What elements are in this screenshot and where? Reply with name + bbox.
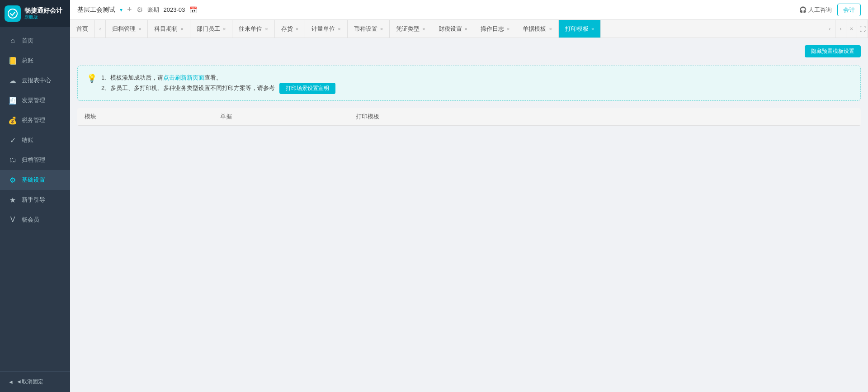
member-label: 畅会员	[22, 216, 39, 224]
tax-label: 税务管理	[22, 116, 45, 124]
member-icon: V	[8, 215, 17, 224]
sidebar-item-member[interactable]: V 畅会员	[0, 210, 70, 230]
tab-subject-label: 科目期初	[154, 25, 178, 33]
calendar-icon[interactable]: 📅	[189, 6, 197, 14]
tab-measure-label: 计量单位	[311, 25, 335, 33]
sidebar-item-guide[interactable]: ★ 新手引导	[0, 190, 70, 210]
tab-voucher-type[interactable]: 凭证类型 ×	[390, 20, 432, 38]
sidebar-item-home[interactable]: ⌂ 首页	[0, 31, 70, 51]
top-bar-left: 基层工会测试 ▾ + ⚙ 账期 2023-03 📅	[77, 5, 197, 14]
close-icon: ✓	[8, 136, 17, 145]
col-header-single: 单据	[213, 113, 349, 121]
tab-nav-prev[interactable]: ‹	[825, 20, 835, 38]
tab-currency-label: 币种设置	[354, 25, 377, 33]
tax-icon: 💰	[8, 116, 17, 125]
tab-tax-setting-label: 财税设置	[439, 25, 462, 33]
sidebar: 畅捷通好会计 旗舰版 ⌂ 首页 📒 总账 ☁ 云报表中心 🧾 发票管理 💰 税务…	[0, 0, 70, 392]
archive-icon: 🗂	[8, 156, 17, 165]
tab-nav-next[interactable]: ›	[835, 20, 846, 38]
tab-dept[interactable]: 部门员工 ×	[190, 20, 232, 38]
tab-nav-left[interactable]: ‹	[95, 20, 106, 38]
tab-print-template[interactable]: 打印模板 ×	[559, 20, 601, 38]
close-label: 结账	[22, 136, 33, 144]
invoice-icon: 🧾	[8, 96, 17, 105]
tab-single-template-close[interactable]: ×	[549, 26, 552, 32]
reports-icon: ☁	[8, 76, 17, 85]
guide-label: 新手引导	[22, 196, 45, 204]
tab-voucher-type-label: 凭证类型	[396, 25, 420, 33]
tab-bar: 首页 ‹ 归档管理 × 科目期初 × 部门员工 × 往来单位 × 存货 × 计量…	[70, 20, 868, 38]
tab-partner-close[interactable]: ×	[265, 26, 268, 32]
top-bar: 基层工会测试 ▾ + ⚙ 账期 2023-03 📅 🎧 人工咨询 会计	[70, 0, 868, 20]
sidebar-item-tax[interactable]: 💰 税务管理	[0, 110, 70, 130]
notice-line1-suffix: 查看。	[204, 74, 222, 81]
col-header-print: 打印模板	[349, 113, 861, 121]
period-value: 2023-03	[164, 6, 185, 13]
tab-close-all[interactable]: ×	[846, 20, 857, 38]
tab-print-template-close[interactable]: ×	[591, 26, 594, 32]
tab-inventory-label: 存货	[281, 25, 293, 33]
company-name: 基层工会测试	[77, 6, 115, 14]
tab-inventory[interactable]: 存货 ×	[275, 20, 305, 38]
ledger-icon: 📒	[8, 56, 17, 65]
tab-inventory-close[interactable]: ×	[296, 26, 298, 32]
tab-subject[interactable]: 科目期初 ×	[148, 20, 190, 38]
top-bar-right: 🎧 人工咨询 会计	[799, 4, 861, 16]
sidebar-item-archive[interactable]: 🗂 归档管理	[0, 150, 70, 170]
notice-link[interactable]: 点击刷新新页面	[163, 74, 204, 81]
action-bar: 隐藏预置模板设置	[77, 45, 861, 62]
invoice-label: 发票管理	[22, 96, 45, 104]
hide-template-btn[interactable]: 隐藏预置模板设置	[805, 45, 861, 57]
tab-voucher-type-close[interactable]: ×	[422, 26, 425, 32]
sidebar-item-close[interactable]: ✓ 结账	[0, 130, 70, 150]
guide-icon: ★	[8, 195, 17, 204]
archive-label: 归档管理	[22, 156, 45, 164]
company-dropdown-icon[interactable]: ▾	[120, 7, 123, 13]
settings-icon: ⚙	[8, 175, 17, 184]
sidebar-item-invoice[interactable]: 🧾 发票管理	[0, 90, 70, 110]
tab-currency[interactable]: 币种设置 ×	[348, 20, 390, 38]
tab-operation-log[interactable]: 操作日志 ×	[474, 20, 516, 38]
logo-subtitle: 旗舰版	[24, 14, 62, 20]
tab-measure[interactable]: 计量单位 ×	[305, 20, 347, 38]
tab-dept-label: 部门员工	[197, 25, 220, 33]
table-header: 模块 单据 打印模板	[77, 108, 861, 126]
tab-operation-log-close[interactable]: ×	[507, 26, 509, 32]
settings-icon[interactable]: ⚙	[137, 5, 143, 14]
ledger-label: 总账	[22, 57, 33, 65]
tab-partner[interactable]: 往来单位 ×	[232, 20, 274, 38]
sidebar-item-settings[interactable]: ⚙ 基础设置	[0, 170, 70, 190]
unpin-icon: ◄	[8, 379, 14, 385]
data-table: 模块 单据 打印模板	[77, 108, 861, 126]
sidebar-unpin[interactable]: ◄ ◄取消固定	[0, 371, 70, 392]
tab-archive-close[interactable]: ×	[138, 26, 141, 32]
sidebar-item-reports[interactable]: ☁ 云报表中心	[0, 71, 70, 90]
info-notice: 💡 1、模板添加成功后，请点击刷新新页面查看。 2、多员工、多打印机、多种业务类…	[77, 66, 861, 101]
notice-line1-prefix: 1、模板添加成功后，请	[101, 74, 163, 81]
tab-currency-close[interactable]: ×	[380, 26, 383, 32]
notice-content: 1、模板添加成功后，请点击刷新新页面查看。 2、多员工、多打印机、多种业务类型设…	[101, 72, 335, 94]
tab-archive[interactable]: 归档管理 ×	[106, 20, 148, 38]
tab-right-actions: ‹ › × ⛶	[825, 20, 868, 38]
add-company-btn[interactable]: +	[127, 5, 132, 14]
logo-title: 畅捷通好会计	[24, 7, 62, 14]
tab-single-template[interactable]: 单据模板 ×	[516, 20, 558, 38]
tab-dept-close[interactable]: ×	[223, 26, 226, 32]
sidebar-logo: 畅捷通好会计 旗舰版	[0, 0, 70, 27]
main-area: 基层工会测试 ▾ + ⚙ 账期 2023-03 📅 🎧 人工咨询 会计 首页 ‹…	[70, 0, 868, 392]
tab-subject-close[interactable]: ×	[180, 26, 183, 32]
period-label: 账期	[147, 6, 159, 14]
tab-tax-setting-close[interactable]: ×	[465, 26, 467, 32]
tab-measure-close[interactable]: ×	[338, 26, 340, 32]
tab-tax-setting[interactable]: 财税设置 ×	[432, 20, 474, 38]
tab-expand[interactable]: ⛶	[857, 20, 868, 38]
support-btn[interactable]: 🎧 人工咨询	[799, 6, 832, 14]
sidebar-item-ledger[interactable]: 📒 总账	[0, 51, 70, 71]
content-area: 隐藏预置模板设置 💡 1、模板添加成功后，请点击刷新新页面查看。 2、多员工、多…	[70, 38, 868, 392]
kuaiji-btn[interactable]: 会计	[837, 4, 861, 16]
notice-line1: 1、模板添加成功后，请点击刷新新页面查看。	[101, 72, 335, 83]
tab-print-template-label: 打印模板	[565, 25, 589, 33]
setup-explain-btn[interactable]: 打印场景设置宣明	[279, 83, 335, 94]
support-headset-icon: 🎧	[799, 6, 807, 13]
tab-home[interactable]: 首页	[70, 20, 95, 38]
